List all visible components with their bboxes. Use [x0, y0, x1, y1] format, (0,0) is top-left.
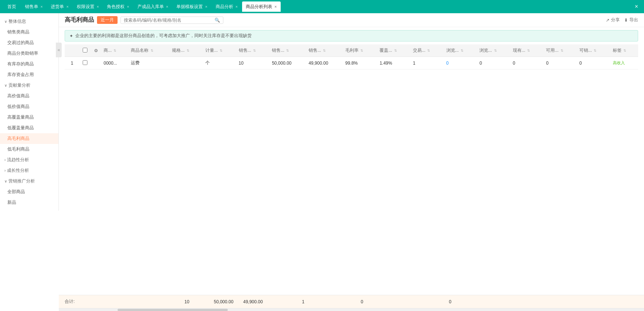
cell-unit: 个	[203, 57, 237, 69]
cell-tag: 高收入	[611, 57, 638, 69]
info-banner: ✦ 企业的主要的利润都是这部分商品创造的，可考虑加大推广，同时关注库存是不要出现…	[65, 30, 638, 41]
data-table: ⚙ 商... ⇅ 商品名称 ⇅ 规格... ⇅	[65, 44, 638, 69]
sort-icon-browse2: ⇅	[494, 49, 497, 53]
th-tag[interactable]: 标签 ⇅	[611, 44, 638, 57]
th-sales-amt[interactable]: 销售... ⇅	[270, 44, 306, 57]
close-tab-sales[interactable]: ×	[40, 4, 43, 9]
close-all-tabs[interactable]: ×	[632, 3, 641, 10]
th-settings[interactable]: ⚙	[90, 44, 101, 57]
sidebar-item-high-margin[interactable]: 高毛利商品	[0, 133, 58, 144]
sidebar-group-marketing[interactable]: ∨ 营销推广分析	[0, 176, 58, 187]
export-icon: ⬇	[624, 18, 628, 23]
search-icon[interactable]: 🔍	[215, 18, 220, 23]
share-btn[interactable]: ↗ 分享	[606, 17, 620, 23]
nav-tab-purchase[interactable]: 进货单 ×	[47, 1, 72, 12]
table-row: 1 0000... 运费 个 10 50,000.00 49,900.00 99…	[65, 57, 638, 69]
th-gross-rate[interactable]: 毛利率 ⇅	[343, 44, 378, 57]
th-spec[interactable]: 规格... ⇅	[170, 44, 203, 57]
sidebar-group-trend[interactable]: › 流趋性分析	[0, 155, 58, 165]
time-filter-btn[interactable]: 近一月	[97, 16, 118, 24]
sidebar-collapse-btn[interactable]: «	[56, 43, 62, 57]
th-unit[interactable]: 计量... ⇅	[203, 44, 237, 57]
sort-icon-spec: ⇅	[187, 49, 190, 53]
page-title: 高毛利商品	[65, 16, 94, 24]
row-checkbox[interactable]	[83, 60, 87, 65]
nav-tab-permissions[interactable]: 权限设置 ×	[73, 1, 102, 12]
close-tab-analysis[interactable]: ×	[235, 4, 238, 9]
nav-tab-template[interactable]: 单据模板设置 ×	[173, 1, 211, 12]
cell-check[interactable]	[79, 57, 90, 69]
sort-icon-coverage: ⇅	[394, 49, 397, 53]
th-available[interactable]: 可用... ⇅	[544, 44, 577, 57]
cell-browse1[interactable]: 0	[444, 57, 478, 69]
banner-text: 企业的主要的利润都是这部分商品创造的，可考虑加大推广，同时关注库存是不要出现缺货	[75, 33, 252, 39]
nav-home[interactable]: 首页	[3, 1, 21, 12]
sidebar-item-traded-goods[interactable]: 交易过的商品	[0, 37, 58, 48]
th-available-label: 可用...	[546, 48, 558, 53]
sidebar-item-low-value[interactable]: 低价值商品	[0, 101, 58, 112]
bottom-scrollbar[interactable]	[59, 308, 644, 311]
th-name[interactable]: 商品名称 ⇅	[129, 44, 170, 57]
th-sales-qty[interactable]: 销售... ⇅	[237, 44, 270, 57]
footer-browse2: 0	[359, 299, 388, 304]
th-trade-label: 交易...	[413, 48, 425, 53]
th-sales-qty-label: 销售...	[239, 48, 251, 53]
sort-icon-trade: ⇅	[427, 49, 430, 53]
close-tab-inventory[interactable]: ×	[166, 4, 168, 9]
sidebar-item-high-coverage[interactable]: 高覆盖量商品	[0, 112, 58, 123]
close-tab-roles[interactable]: ×	[127, 4, 129, 9]
th-coverage-label: 覆盖...	[379, 48, 392, 53]
main-layout: ∨ 整体信息 销售类商品 交易过的商品 商品分类助销率 有库存的商品 库存资金占…	[0, 13, 644, 311]
sidebar-item-high-value[interactable]: 高价值商品	[0, 91, 58, 101]
sidebar-group-contribution[interactable]: ∨ 贡献量分析	[0, 80, 58, 91]
th-current[interactable]: 现有... ⇅	[511, 44, 544, 57]
th-trade[interactable]: 交易... ⇅	[411, 44, 444, 57]
sidebar-item-sales-goods[interactable]: 销售类商品	[0, 27, 58, 37]
cell-current: 0	[511, 57, 544, 69]
sidebar-item-all-goods[interactable]: 全部商品	[0, 187, 58, 197]
th-browse1[interactable]: 浏览... ⇅	[444, 44, 478, 57]
scrollbar-thumb[interactable]	[118, 309, 228, 311]
export-btn[interactable]: ⬇ 导出	[624, 17, 638, 23]
sidebar-item-new-goods[interactable]: 新品	[0, 197, 58, 208]
nav-tab-inventory[interactable]: 产成品入库单 ×	[134, 1, 172, 12]
cell-settings	[90, 57, 101, 69]
footer-empty2	[270, 299, 300, 304]
th-sales-cost[interactable]: 销售... ⇅	[306, 44, 343, 57]
sort-icon-browse1: ⇅	[461, 49, 464, 53]
sidebar-group-overall[interactable]: ∨ 整体信息	[0, 16, 58, 27]
select-all-checkbox[interactable]	[83, 48, 87, 53]
sidebar-item-low-coverage[interactable]: 低覆盖量商品	[0, 123, 58, 133]
settings-icon: ⚙	[94, 48, 98, 53]
th-coverage[interactable]: 覆盖... ⇅	[377, 44, 411, 57]
footer-trade: 1	[300, 299, 329, 304]
cell-browse2: 0	[477, 57, 511, 69]
th-saleable[interactable]: 可销... ⇅	[577, 44, 611, 57]
cell-spec	[170, 57, 203, 69]
sidebar-item-capital[interactable]: 库存资金占用	[0, 69, 58, 80]
footer-sales-qty: 10	[182, 299, 212, 304]
th-browse2[interactable]: 浏览... ⇅	[477, 44, 511, 57]
sidebar-item-category-rate[interactable]: 商品分类助销率	[0, 48, 58, 59]
table-header-row: ⚙ 商... ⇅ 商品名称 ⇅ 规格... ⇅	[65, 44, 638, 57]
sidebar-item-low-margin[interactable]: 低毛利商品	[0, 144, 58, 155]
browse1-link[interactable]: 0	[446, 61, 449, 66]
footer-total: 合计: 10 50,000.00 49,900.00 1 0 0	[59, 295, 644, 308]
nav-tab-analysis-list[interactable]: 商品分析列表 ×	[242, 1, 280, 12]
sidebar-group-growth[interactable]: › 成长性分析	[0, 165, 58, 176]
th-code[interactable]: 商... ⇅	[101, 44, 129, 57]
header-actions: ↗ 分享 ⬇ 导出	[606, 17, 638, 23]
footer-empty3	[329, 299, 359, 304]
close-tab-purchase[interactable]: ×	[66, 4, 68, 9]
nav-tab-roles[interactable]: 角色授权 ×	[103, 1, 133, 12]
nav-tab-analysis[interactable]: 商品分析 ×	[212, 1, 241, 12]
sidebar-wrapper: ∨ 整体信息 销售类商品 交易过的商品 商品分类助销率 有库存的商品 库存资金占…	[0, 13, 59, 311]
nav-tab-sales[interactable]: 销售单 ×	[21, 1, 46, 12]
close-tab-template[interactable]: ×	[205, 4, 207, 9]
close-tab-permissions[interactable]: ×	[97, 4, 99, 9]
group-label-trend: 流趋性分析	[7, 157, 29, 163]
cell-available: 0	[544, 57, 577, 69]
close-tab-analysis-list[interactable]: ×	[274, 4, 277, 9]
sidebar-item-in-stock[interactable]: 有库存的商品	[0, 59, 58, 69]
search-input[interactable]	[124, 18, 213, 23]
